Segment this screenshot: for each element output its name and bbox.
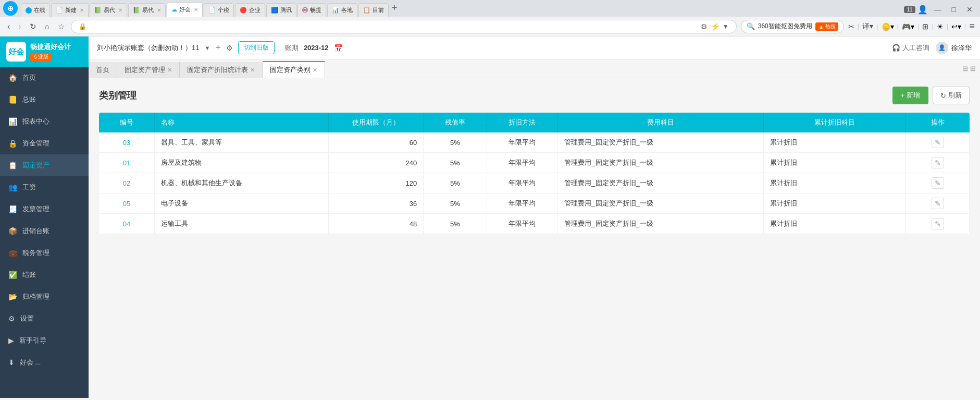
tab-yidai-1[interactable]: 📗 易代 ✕ <box>90 3 127 17</box>
cell-expense-4: 管理费用_固定资产折旧_一级 <box>558 214 764 234</box>
window-controls: 11 👤 — □ ✕ <box>904 4 977 15</box>
dropdown-arrow-icon[interactable]: ▼ <box>723 23 729 30</box>
edit-icon-4[interactable]: ✎ <box>932 218 944 229</box>
search-box[interactable]: 🔍 360智能抠图免费用 🔥 热搜 <box>741 20 844 33</box>
tab-zaixian[interactable]: 在线 <box>21 3 50 17</box>
page-tab-home[interactable]: 首页 <box>89 62 117 78</box>
profile-icon[interactable]: 👤 <box>917 5 928 15</box>
translate-btn[interactable]: 译▾ <box>862 22 873 31</box>
add-company-button[interactable]: + <box>215 42 221 53</box>
ledger-icon: 📒 <box>8 95 17 104</box>
edit-icon-2[interactable]: ✎ <box>932 177 944 189</box>
forward-button[interactable]: › <box>16 20 23 33</box>
sidebar-item-guide[interactable]: ▶ 新手引导 <box>0 330 89 351</box>
settings-icon: ⚙ <box>8 314 15 323</box>
settings-gear-button[interactable]: ⚙ <box>226 44 233 52</box>
site-menu-icon[interactable]: ⚙ <box>701 22 708 31</box>
cell-action-2: ✎ <box>906 173 970 193</box>
switch-version-button[interactable]: 切到旧版 <box>238 41 275 54</box>
coin-icon[interactable]: 🪙▾ <box>882 22 894 31</box>
sidebar-item-home[interactable]: 🏠 首页 <box>0 67 89 89</box>
page-tab-fixed-mgmt[interactable]: 固定资产管理 ✕ <box>117 62 180 78</box>
sidebar-item-settle[interactable]: ✅ 结账 <box>0 264 89 286</box>
edit-icon-0[interactable]: ✎ <box>932 137 944 148</box>
sidebar-item-invoice[interactable]: 🧾 发票管理 <box>0 198 89 220</box>
dropdown-icon[interactable]: ▼ <box>204 45 210 51</box>
new-tab-button[interactable]: + <box>390 3 400 14</box>
calendar-icon[interactable]: 📅 <box>334 44 343 52</box>
browser-edge-icon: ⊕ <box>3 1 18 16</box>
cell-action-4: ✎ <box>906 214 970 234</box>
boost-icon[interactable]: ⚡ <box>711 22 720 31</box>
cut-icon[interactable]: ✂ <box>848 22 854 31</box>
cell-action-1: ✎ <box>906 153 970 173</box>
sidebar-item-archive[interactable]: 📂 归档管理 <box>0 286 89 308</box>
brightness-icon[interactable]: ☀ <box>937 22 944 31</box>
user-info[interactable]: 👤 徐泽华 <box>936 42 972 54</box>
page-tab-category[interactable]: 固定资产类别 ✕ <box>263 61 325 78</box>
address-bar[interactable]: 🔒 https://cloud.chanjet.com/accounting/u… <box>71 20 737 33</box>
tab-gedi[interactable]: 📊 各地 <box>327 3 357 17</box>
support-btn[interactable]: 🎧 人工咨询 <box>892 43 929 53</box>
game-icon[interactable]: 🎮▾ <box>902 22 914 31</box>
sidebar-label-fixed: 固定资产 <box>22 161 49 170</box>
undo-icon[interactable]: ↩▾ <box>951 22 961 31</box>
add-button[interactable]: + 新增 <box>892 87 928 104</box>
category-table: 编号 名称 使用期限（月） 残值率 折旧方法 费用科目 累计折旧科目 操作 03… <box>99 113 970 234</box>
url-input[interactable]: https://cloud.chanjet.com/accounting/uw1… <box>90 23 698 30</box>
sidebar-item-stock[interactable]: 📦 进销台账 <box>0 220 89 242</box>
sidebar-item-fixed[interactable]: 📋 固定资产 <box>0 154 89 176</box>
sidebar-item-tax[interactable]: 💼 税务管理 <box>0 242 89 264</box>
refresh-label: 刷新 <box>948 91 962 100</box>
close-button[interactable]: ✕ <box>962 4 977 15</box>
sidebar-item-fund[interactable]: 🔒 资金管理 <box>0 132 89 154</box>
tab-muqian[interactable]: 📋 目前 <box>358 3 389 17</box>
col-accumulated: 累计折旧科目 <box>764 113 906 132</box>
tab-changtui[interactable]: Ⓜ 畅提 <box>297 3 326 17</box>
cell-code-4: 04 <box>99 214 154 234</box>
window-resize-controls: ⊟ ⊞ <box>962 59 980 78</box>
expand-window-button[interactable]: ⊞ <box>970 65 976 72</box>
cell-residual-2: 5% <box>424 173 487 193</box>
sidebar-label-archive: 归档管理 <box>22 292 49 301</box>
settle-icon: ✅ <box>8 271 17 279</box>
tab-qiye[interactable]: 🔴 企业 <box>235 3 265 17</box>
edit-icon-3[interactable]: ✎ <box>932 198 944 209</box>
cell-residual-1: 5% <box>424 153 487 173</box>
archive-icon: 📂 <box>8 293 17 301</box>
tab-new[interactable]: 📄 新建 ✕ <box>51 3 89 17</box>
col-action: 操作 <box>906 113 970 132</box>
sidebar-item-report[interactable]: 📊 报表中心 <box>0 111 89 132</box>
sidebar-item-salary[interactable]: 👥 工资 <box>0 176 89 198</box>
home-button[interactable]: ⌂ <box>43 20 52 33</box>
back-button[interactable]: ‹ <box>5 20 12 33</box>
minimize-button[interactable]: — <box>930 4 946 15</box>
edit-icon-1[interactable]: ✎ <box>932 157 944 168</box>
maximize-button[interactable]: □ <box>948 4 960 15</box>
sidebar-label-ledger: 总账 <box>22 95 36 104</box>
page-tab-depreciation[interactable]: 固定资产折旧统计表 ✕ <box>180 62 263 78</box>
stock-icon: 📦 <box>8 227 17 235</box>
tab-yidai-2[interactable]: 📗 易代 ✕ <box>128 3 166 17</box>
close-category-tab[interactable]: ✕ <box>313 67 317 73</box>
menu-button[interactable]: ≡ <box>969 21 975 32</box>
close-fixed-mgmt-tab[interactable]: ✕ <box>167 67 172 73</box>
sidebar-logo: 好会 畅捷通好会计 专业版 <box>0 37 89 67</box>
tab-geshui[interactable]: 📄 个税 <box>204 3 234 17</box>
refresh-button[interactable]: ↻ 刷新 <box>933 87 970 104</box>
tab-tengxun[interactable]: 🟦 腾讯 <box>266 3 296 17</box>
col-residual: 残值率 <box>424 113 487 132</box>
title-actions: + 新增 ↻ 刷新 <box>892 87 970 104</box>
sidebar-item-ledger[interactable]: 📒 总账 <box>0 89 89 111</box>
sidebar-item-more[interactable]: ⬇ 好会 ... <box>0 351 89 373</box>
grid-icon[interactable]: ⊞ <box>922 22 928 31</box>
sidebar-label-tax: 税务管理 <box>22 248 49 258</box>
restore-window-button[interactable]: ⊟ <box>962 65 968 72</box>
close-depreciation-tab[interactable]: ✕ <box>250 67 255 73</box>
reload-button[interactable]: ↻ <box>28 20 39 33</box>
sidebar-item-settings[interactable]: ⚙ 设置 <box>0 308 89 330</box>
browser-toolbar-right: ✂ | 译▾ | 🪙▾ | 🎮▾ | ⊞ | ☀ | ↩▾ | ≡ <box>848 21 975 32</box>
page-tab-bar: ⊟ ⊞ 首页 固定资产管理 ✕ 固定资产折旧统计表 ✕ 固定资产类别 ✕ <box>89 59 980 78</box>
bookmark-button[interactable]: ☆ <box>56 20 67 33</box>
tab-haohui[interactable]: ☁ 好会 ✕ <box>167 2 203 17</box>
